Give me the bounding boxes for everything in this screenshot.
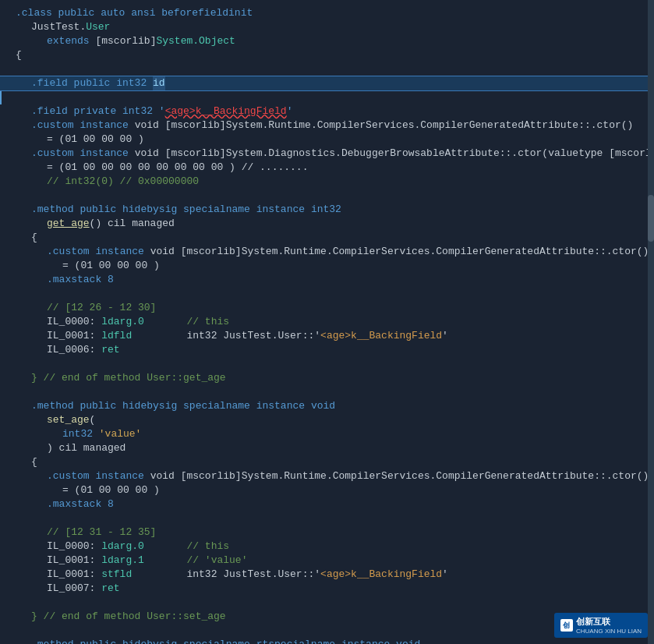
code-token: // [12 26 - 12 30] (47, 301, 156, 315)
code-token: <age>k__BackingField (320, 568, 442, 582)
table-row: IL_0000: ldarg.0 // this (0, 315, 654, 329)
table-row: = (01 00 00 00 ) (0, 259, 654, 273)
code-token: IL_0001: (47, 568, 101, 582)
code-token: int32 JustTest.User::' (132, 329, 320, 343)
code-token: ' (442, 329, 448, 343)
code-token: instance (80, 119, 128, 133)
table-row: IL_0006: ret (0, 343, 654, 357)
code-token: () cil managed (90, 217, 175, 231)
code-token: .custom (47, 245, 95, 259)
table-row: IL_0001: stfld int32 JustTest.User::'<ag… (0, 568, 654, 582)
code-token: ldarg.1 (101, 554, 144, 568)
table-row (0, 596, 654, 610)
code-token: 'value' (99, 427, 142, 441)
code-token: ret (101, 582, 119, 596)
table-row: IL_0007: ret (0, 582, 654, 596)
table-row: extends [mscorlib]System.Object (0, 34, 654, 48)
table-row: // [12 26 - 12 30] (0, 301, 654, 315)
code-token: User (86, 20, 110, 34)
code-token: .method public hidebysig specialname (31, 399, 256, 413)
table-row (0, 511, 654, 525)
code-token: .field private int32 ' (31, 104, 165, 119)
code-token: ' (442, 568, 448, 582)
table-row: IL_0000: ldarg.0 // this (0, 540, 654, 554)
code-token: // 'value' (144, 554, 248, 568)
code-token: { (31, 231, 37, 245)
code-token: IL_0007: (47, 582, 101, 596)
table-row: set_age( (0, 413, 654, 427)
table-row: .custom instance void [mscorlib]System.D… (0, 147, 654, 161)
code-token: void [mscorlib]System.Runtime.CompilerSe… (144, 469, 649, 483)
table-row: IL_0001: ldfld int32 JustTest.User::'<ag… (0, 329, 654, 343)
scrollbar-thumb[interactable] (648, 195, 654, 242)
table-row: = (01 00 00 00 00 00 00 00 00 ) // .....… (0, 161, 654, 175)
code-token: IL_0001: (47, 554, 101, 568)
table-row: .class public auto ansi beforefieldinit (0, 6, 654, 20)
code-token: extends (47, 34, 95, 48)
table-row: { (0, 48, 654, 62)
table-row: } // end of method User::get_age (0, 371, 654, 385)
code-token: .method public hidebysig specialname rts… (31, 638, 341, 644)
table-row: .method public hidebysig specialname ins… (0, 399, 654, 413)
scrollbar[interactable] (648, 0, 654, 644)
code-token: set_age (47, 413, 90, 427)
table-row: .method public hidebysig specialname ins… (0, 203, 654, 217)
code-token: = (01 00 00 00 ) (47, 133, 144, 147)
code-editor: .class public auto ansi beforefieldinitJ… (0, 0, 654, 644)
table-row: { (0, 455, 654, 469)
code-token: void [mscorlib]System.Runtime.CompilerSe… (129, 119, 634, 133)
code-token: ldfld (101, 329, 132, 343)
table-row: int32 'value' (0, 427, 654, 441)
table-row: // int32(0) // 0x00000000 (0, 175, 654, 189)
code-token: { (16, 48, 22, 62)
table-row: JustTest.User (0, 20, 654, 34)
code-token: id (153, 76, 165, 90)
code-token: IL_0001: (47, 329, 101, 343)
table-row (0, 90, 654, 104)
code-token: <age>k__BackingField (320, 329, 442, 343)
code-token: ) cil managed (47, 441, 125, 455)
code-token: .maxstack 8 (47, 497, 114, 511)
table-row: .custom instance void [mscorlib]System.R… (0, 119, 654, 133)
code-token: .field public int32 (31, 76, 153, 90)
watermark-text: 创新互联 CHUANG XIN HU LIAN (576, 616, 642, 635)
table-row: // [12 31 - 12 35] (0, 525, 654, 540)
table-row: { (0, 231, 654, 245)
code-token: instance (80, 147, 128, 161)
code-token: int32 JustTest.User::' (132, 568, 320, 582)
code-token: // [12 31 - 12 35] (47, 525, 156, 540)
code-token: void (305, 399, 335, 413)
watermark-logo: 创 (560, 619, 573, 632)
table-row: .custom instance void [mscorlib]System.R… (0, 245, 654, 259)
table-row: = (01 00 00 00 ) (0, 133, 654, 147)
table-row (0, 62, 654, 76)
code-token: [mscorlib] (95, 34, 156, 48)
code-token: int32 (305, 203, 341, 217)
code-token: ( (90, 413, 96, 427)
watermark: 创 创新互联 CHUANG XIN HU LIAN (554, 613, 648, 638)
code-token: // this (144, 540, 229, 554)
code-token: = (01 00 00 00 ) (62, 259, 160, 273)
code-content: .class public auto ansi beforefieldinitJ… (0, 6, 654, 644)
code-token: int32 (62, 427, 99, 441)
code-token: .custom (47, 469, 95, 483)
code-token: } // end of method User::get_age (31, 371, 226, 385)
code-token: IL_0000: (47, 540, 101, 554)
code-token: .method public hidebysig specialname (31, 203, 256, 217)
code-token: = (01 00 00 00 00 00 00 00 00 ) // .....… (47, 161, 308, 175)
table-row (0, 189, 654, 203)
table-row: ) cil managed (0, 441, 654, 455)
table-row: .method public hidebysig specialname rts… (0, 638, 654, 644)
table-row: .field private int32 '<age>k__BackingFie… (0, 104, 654, 119)
table-row: get_age() cil managed (0, 217, 654, 231)
code-token: } // end of method User::set_age (31, 610, 226, 624)
code-token: ldarg.0 (101, 540, 144, 554)
code-token: instance (95, 245, 143, 259)
code-token: ldarg.0 (101, 315, 144, 329)
table-row: .maxstack 8 (0, 273, 654, 287)
code-token: .maxstack 8 (47, 273, 114, 287)
code-token: // this (144, 315, 229, 329)
code-token: // int32(0) // 0x00000000 (47, 175, 199, 189)
code-token: void [mscorlib]System.Runtime.CompilerSe… (144, 245, 649, 259)
table-row: .custom instance void [mscorlib]System.R… (0, 469, 654, 483)
